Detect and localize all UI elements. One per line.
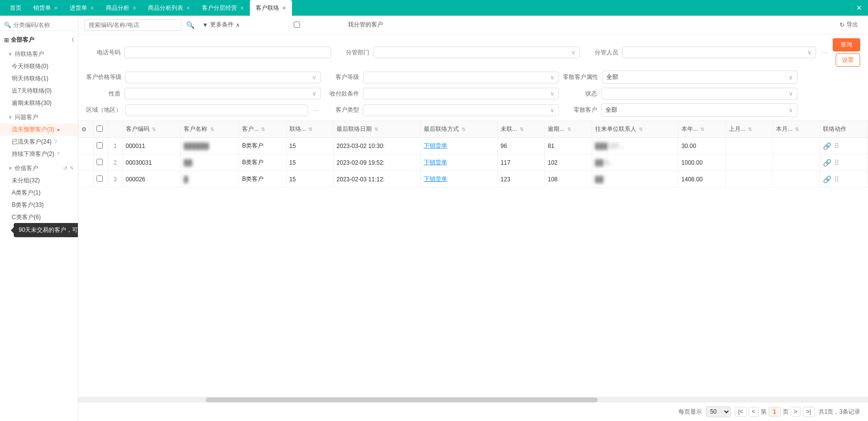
row-checkbox[interactable] (96, 142, 103, 149)
sidebar-search-input[interactable] (13, 22, 78, 28)
problem-customers-title[interactable]: ▼ 问题客户 (0, 111, 78, 124)
cell-last-contact-way[interactable]: 下销货单 (420, 138, 497, 154)
retail-select[interactable]: 全部 ∨ (601, 103, 797, 117)
sidebar-item-today[interactable]: 今天待联络(0) (0, 60, 78, 73)
col-last-contact-date[interactable]: 最后联络日期 ⇅ (334, 121, 421, 138)
select-all-checkbox[interactable] (96, 125, 103, 132)
cell-checkbox[interactable] (93, 138, 108, 154)
contact-link-icon[interactable]: 🔗 (823, 159, 831, 167)
window-close-button[interactable]: ✕ (854, 2, 864, 14)
export-button[interactable]: ↻ 导出 (836, 19, 862, 31)
more-dots[interactable]: ··· (312, 107, 321, 114)
close-icon[interactable]: ✕ (132, 5, 136, 11)
nature-select[interactable]: ∨ (124, 88, 321, 99)
edit-icon[interactable]: ✎ (70, 165, 74, 172)
close-icon[interactable]: ✕ (282, 5, 286, 11)
nav-tab-sales[interactable]: 销货单 ✕ (27, 0, 64, 16)
price-grade-select[interactable]: ∨ (125, 72, 321, 83)
col-last-month[interactable]: 上月... ⇅ (725, 121, 772, 138)
chevron-down-icon: ∨ (550, 107, 555, 114)
sidebar-item-7days[interactable]: 近7天待联络(0) (0, 85, 78, 97)
region-input[interactable] (125, 104, 308, 116)
row-checkbox[interactable] (96, 175, 103, 182)
my-customers-checkbox[interactable] (248, 22, 346, 28)
close-icon[interactable]: ✕ (54, 5, 58, 11)
sidebar-item-churned[interactable]: 已流失客户(24) ? (0, 136, 78, 148)
region-label: 区域（地区） (86, 106, 121, 114)
sidebar-item-overdue[interactable]: 逾期未联络(30) (0, 97, 78, 109)
col-last-contact-way[interactable]: 最后联络方式 ⇅ (420, 121, 497, 138)
sidebar-item-tomorrow[interactable]: 明天待联络(1) (0, 73, 78, 85)
horizontal-scrollbar[interactable] (78, 397, 868, 402)
more-conditions-button[interactable]: ▼ 更多条件 ∧ (198, 19, 244, 31)
first-page-button[interactable]: |< (735, 407, 747, 417)
status-select[interactable]: ∨ (601, 88, 797, 99)
dept-select[interactable]: ∨ (373, 47, 580, 58)
nav-tab-purchase[interactable]: 进货单 ✕ (64, 0, 100, 16)
sidebar-item-ungrouped[interactable]: 未分组(32) (0, 174, 78, 187)
person-select[interactable]: ∨ (622, 47, 816, 58)
action-grid-icon[interactable]: ⠿ (834, 142, 839, 150)
col-name[interactable]: 客户名称 ⇅ (181, 121, 239, 138)
pending-contact-title[interactable]: ▼ 待联络客户 (0, 48, 78, 60)
contact-link-icon[interactable]: 🔗 (823, 142, 831, 150)
more-dots[interactable]: ··· (820, 49, 829, 56)
cell-checkbox[interactable] (93, 154, 108, 171)
main-layout: 🔍 ⊞ 全部客户 《 ▼ 待联络客户 今天待联络(0) 明天待联络(1) 近7天… (0, 16, 868, 421)
contact-link-icon[interactable]: 🔗 (823, 175, 831, 183)
col-no-contact[interactable]: 未联... ⇅ (497, 121, 544, 138)
action-grid-icon[interactable]: ⠿ (834, 175, 839, 183)
sidebar-item-c-class[interactable]: C类客户(6) (0, 211, 78, 223)
col-settings[interactable]: ⚙ (78, 121, 93, 138)
col-this-month[interactable]: 本月... ⇅ (773, 121, 820, 138)
refresh-icon[interactable]: ↺ (63, 165, 68, 172)
customer-type-select[interactable]: ∨ (363, 104, 559, 116)
settings-icon[interactable]: ⚙ (81, 126, 87, 133)
search-input[interactable] (84, 19, 182, 31)
col-this-year[interactable]: 本年... ⇅ (678, 121, 725, 138)
next-page-button[interactable]: > (791, 407, 801, 417)
table-row: 3 000026 █ B类客户 15 2023-02-03 11:12: 下销货… (78, 171, 868, 188)
cell-last-contact-way[interactable]: 下销货单 (420, 171, 497, 188)
prev-page-button[interactable]: < (748, 407, 759, 417)
cell-checkbox[interactable] (93, 171, 108, 188)
retail-attr-select[interactable]: 全部 ∨ (602, 71, 797, 84)
sidebar-item-declining[interactable]: 持续下滑客户(2) ? (0, 148, 78, 160)
sidebar-all-customers[interactable]: ⊞ 全部客户 《 (0, 33, 78, 47)
cell-type: B类客户 (239, 171, 286, 188)
customer-grade-select[interactable]: ∨ (363, 72, 559, 83)
col-type[interactable]: 客户... ⇅ (239, 121, 286, 138)
query-button[interactable]: 查询 (833, 38, 860, 51)
my-customers-checkbox-label[interactable]: 我分管的客户 (248, 21, 383, 29)
row-checkbox[interactable] (96, 159, 103, 165)
sort-icon: ⇅ (567, 126, 571, 132)
page-size-select[interactable]: 50 20 100 (706, 406, 731, 417)
nav-tab-product-list[interactable]: 商品分析列表 ✕ (142, 0, 196, 16)
col-checkbox[interactable] (93, 121, 108, 138)
settings-button[interactable]: 设置 (836, 53, 860, 67)
value-customers-title[interactable]: ▼ 价值客户 ↺ ✎ (0, 162, 78, 174)
cell-name: ██ (181, 154, 239, 171)
phone-input[interactable] (124, 47, 331, 58)
sidebar-item-b-class[interactable]: B类客户(33) (0, 199, 78, 211)
export-label: 导出 (846, 21, 858, 29)
sidebar-item-a-class[interactable]: A类客户(1) (0, 187, 78, 199)
close-icon[interactable]: ✕ (186, 5, 190, 11)
cell-last-contact-way[interactable]: 下销货单 (420, 154, 497, 171)
sidebar-item-churn-warning[interactable]: 流失预警客户(3) ● (0, 124, 78, 136)
close-icon[interactable]: ✕ (240, 5, 244, 11)
col-overdue[interactable]: 逾期... ⇅ (545, 121, 592, 138)
col-unit-contact[interactable]: 往来单位联系人 ⇅ (592, 121, 678, 138)
scroll-thumb[interactable] (206, 397, 598, 402)
nav-tab-product-analysis[interactable]: 商品分析 ✕ (100, 0, 142, 16)
action-grid-icon[interactable]: ⠿ (834, 159, 839, 167)
close-icon[interactable]: ✕ (90, 5, 94, 11)
nav-tab-home[interactable]: 首页 (4, 0, 27, 16)
col-code[interactable]: 客户编码 ⇅ (122, 121, 181, 138)
col-contact[interactable]: 联络... ⇅ (286, 121, 333, 138)
last-page-button[interactable]: >| (803, 407, 815, 417)
nav-tab-customer-contact[interactable]: 客户联络 ✕ (250, 0, 292, 16)
nav-tab-customer-tier[interactable]: 客户分层经营 ✕ (196, 0, 250, 16)
search-button[interactable]: 🔍 (186, 21, 194, 29)
payment-select[interactable]: ∨ (363, 88, 559, 99)
